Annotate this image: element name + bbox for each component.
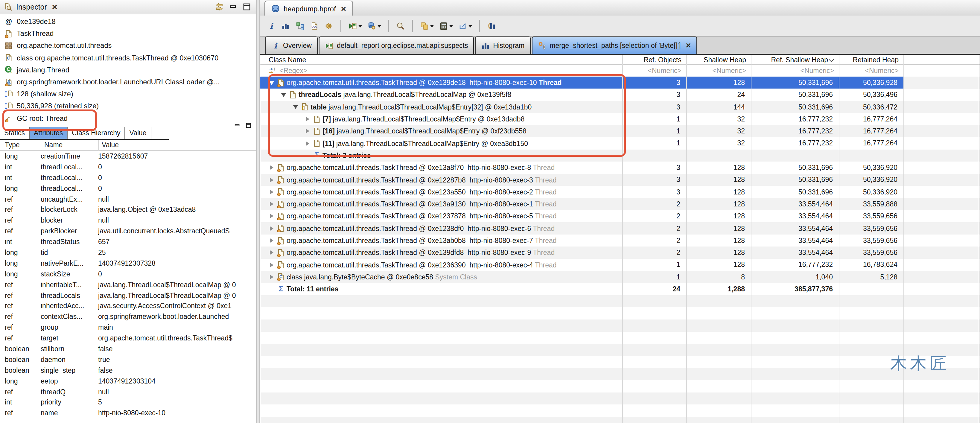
attribute-row[interactable]: long eetop 140374912303104: [0, 376, 256, 387]
tree-row[interactable]: org.apache.tomcat.util.threads.TaskThrea…: [260, 210, 980, 223]
view-tab-merge_shortest_paths[interactable]: merge_shortest_paths [selection of 'Byte…: [531, 37, 697, 54]
expand-toggle-icon[interactable]: [267, 235, 275, 247]
tree-row[interactable]: org.apache.tomcat.util.threads.TaskThrea…: [260, 235, 980, 247]
tab-attributes[interactable]: Attributes: [30, 127, 68, 139]
tab-value[interactable]: Value: [125, 127, 151, 139]
tree-row[interactable]: org.apache.tomcat.util.threads.TaskThrea…: [260, 76, 980, 89]
tree-row[interactable]: org.apache.tomcat.util.threads.TaskThrea…: [260, 259, 980, 271]
attribute-row[interactable]: ref target org.apache.tomcat.util.thread…: [0, 333, 256, 344]
tree-row[interactable]: Σ Total: 11 entries 241,288385,877,376: [260, 283, 980, 295]
dropdown-arrow-icon[interactable]: [449, 25, 453, 29]
attribute-row[interactable]: int threadLocal... 0: [0, 173, 256, 184]
attribute-row[interactable]: ref parkBlocker java.util.concurrent.loc…: [0, 226, 256, 237]
attribute-row[interactable]: long tid 25: [0, 248, 256, 258]
column-header-class-name[interactable]: Class Name: [260, 56, 622, 63]
collapse-toggle-icon[interactable]: [267, 76, 275, 89]
regex-filter-input[interactable]: <Regex>: [260, 67, 622, 75]
attr-column-header[interactable]: Name: [41, 140, 98, 151]
sync-arrows-icon[interactable]: [215, 3, 224, 11]
minimize-icon[interactable]: [234, 122, 241, 129]
column-header-shallow-heap[interactable]: Shallow Heap: [686, 56, 751, 63]
collapse-toggle-icon[interactable]: [291, 101, 299, 113]
maximize-icon[interactable]: [242, 3, 251, 11]
info-icon-button[interactable]: i: [267, 22, 276, 30]
tree-row[interactable]: [] table java.lang.ThreadLocal$ThreadLoc…: [260, 101, 980, 113]
attribute-row[interactable]: boolean single_step false: [0, 366, 256, 376]
expand-toggle-icon[interactable]: [303, 137, 311, 149]
panel-splitter[interactable]: [256, 0, 260, 423]
dominator-tree-icon-button[interactable]: [296, 22, 304, 30]
collapse-toggle-icon[interactable]: [279, 89, 287, 101]
attribute-row[interactable]: long stackSize 0: [0, 269, 256, 280]
minimize-icon[interactable]: [229, 3, 237, 11]
tab-class-hierarchy[interactable]: Class Hierarchy: [68, 127, 125, 139]
expand-toggle-icon[interactable]: [267, 174, 275, 186]
tree-row[interactable]: org.apache.tomcat.util.threads.TaskThrea…: [260, 222, 980, 235]
tree-row[interactable]: org.apache.tomcat.util.threads.TaskThrea…: [260, 246, 980, 259]
editor-tab-heapdump[interactable]: heapdump.hprof ✕: [264, 1, 353, 16]
numeric-filter-input[interactable]: <Numeric>: [686, 67, 751, 74]
attribute-row[interactable]: ref name http-nio-8080-exec-10: [0, 408, 256, 419]
dropdown-arrow-icon[interactable]: [468, 25, 472, 29]
editor-tab-close-icon[interactable]: ✕: [341, 5, 347, 13]
dropdown-arrow-icon[interactable]: [430, 25, 434, 29]
attribute-row[interactable]: long threadLocal... 0: [0, 183, 256, 194]
attribute-row[interactable]: ref blocker null: [0, 216, 256, 226]
expand-toggle-icon[interactable]: [267, 162, 275, 174]
expand-toggle-icon[interactable]: [267, 198, 275, 210]
attr-column-header[interactable]: Value: [98, 140, 256, 151]
tree-row[interactable]: org.apache.tomcat.util.threads.TaskThrea…: [260, 174, 980, 186]
expand-toggle-icon[interactable]: [303, 125, 311, 137]
attribute-row[interactable]: ref threadQ null: [0, 387, 256, 398]
column-header-ref-shallow-heap[interactable]: Ref. Shallow Heap: [751, 56, 839, 63]
numeric-filter-input[interactable]: <Numeric>: [839, 67, 904, 74]
view-tab-close-icon[interactable]: ✕: [686, 41, 691, 50]
export-icon-button[interactable]: [458, 22, 472, 30]
inspector-close-icon[interactable]: ✕: [52, 3, 58, 11]
restore-icon[interactable]: [245, 122, 252, 129]
tree-row[interactable]: Σ Total: 3 entries: [260, 149, 980, 162]
tree-row[interactable]: C class java.lang.Byte$ByteCache @ 0xe0e…: [260, 271, 980, 283]
numeric-filter-input[interactable]: <Numeric>: [751, 67, 839, 74]
attribute-row[interactable]: long creationTime 1587262815607: [0, 151, 256, 162]
attribute-row[interactable]: boolean daemon true: [0, 355, 256, 366]
dropdown-arrow-icon[interactable]: [377, 25, 381, 29]
attribute-row[interactable]: ref inheritedAcc... java.security.Access…: [0, 301, 256, 312]
column-header-ref-objects[interactable]: Ref. Objects: [622, 56, 686, 63]
expand-toggle-icon[interactable]: [267, 210, 275, 223]
gear-icon-button[interactable]: [324, 22, 333, 30]
attribute-row[interactable]: ref blockerLock java.lang.Object @ 0xe13…: [0, 205, 256, 216]
attribute-row[interactable]: int threadLocal... 0: [0, 162, 256, 173]
expand-toggle-icon[interactable]: [267, 246, 275, 259]
attribute-row[interactable]: ref inheritableT... java.lang.ThreadLoca…: [0, 280, 256, 291]
view-tab-histogram[interactable]: Histogram: [475, 37, 530, 54]
histogram-icon-button[interactable]: [281, 22, 290, 30]
attribute-row[interactable]: ref group main: [0, 323, 256, 334]
attribute-row[interactable]: long nativeParkE... 140374912307328: [0, 258, 256, 269]
attribute-row[interactable]: boolean stillborn false: [0, 344, 256, 355]
expand-toggle-icon[interactable]: [267, 271, 275, 283]
tree-row[interactable]: [7] java.lang.ThreadLocal$ThreadLocalMap…: [260, 113, 980, 126]
attribute-row[interactable]: ref threadLocals java.lang.ThreadLocal$T…: [0, 291, 256, 301]
attr-column-header[interactable]: Type: [5, 140, 41, 151]
expand-toggle-icon[interactable]: [267, 186, 275, 198]
search-icon-button[interactable]: [396, 22, 405, 30]
tree-row[interactable]: [16] java.lang.ThreadLocal$ThreadLocalMa…: [260, 125, 980, 137]
tree-row[interactable]: org.apache.tomcat.util.threads.TaskThrea…: [260, 198, 980, 210]
tree-row[interactable]: org.apache.tomcat.util.threads.TaskThrea…: [260, 162, 980, 174]
attribute-row[interactable]: ref uncaughtEx... null: [0, 194, 256, 205]
tab-statics[interactable]: Statics: [0, 127, 30, 139]
calculator-icon-button[interactable]: [439, 22, 453, 30]
compare-icon-button[interactable]: [487, 22, 496, 30]
dropdown-arrow-icon[interactable]: [358, 25, 362, 29]
view-tab-overview[interactable]: i Overview: [265, 37, 318, 54]
attribute-row[interactable]: ref contextClas... org.springframework.b…: [0, 312, 256, 323]
tree-row[interactable]: [11] java.lang.ThreadLocal$ThreadLocalMa…: [260, 137, 980, 149]
run-report-icon-button[interactable]: [348, 22, 362, 30]
query-browser-icon-button[interactable]: [368, 22, 381, 30]
view-tab-default_report[interactable]: default_report org.eclipse.mat.api:suspe…: [319, 37, 474, 54]
tree-row[interactable]: threadLocals java.lang.ThreadLocal$Threa…: [260, 89, 980, 101]
oql-icon-button[interactable]: OQL: [310, 22, 319, 30]
expand-toggle-icon[interactable]: [267, 259, 275, 271]
expand-toggle-icon[interactable]: [303, 113, 311, 126]
